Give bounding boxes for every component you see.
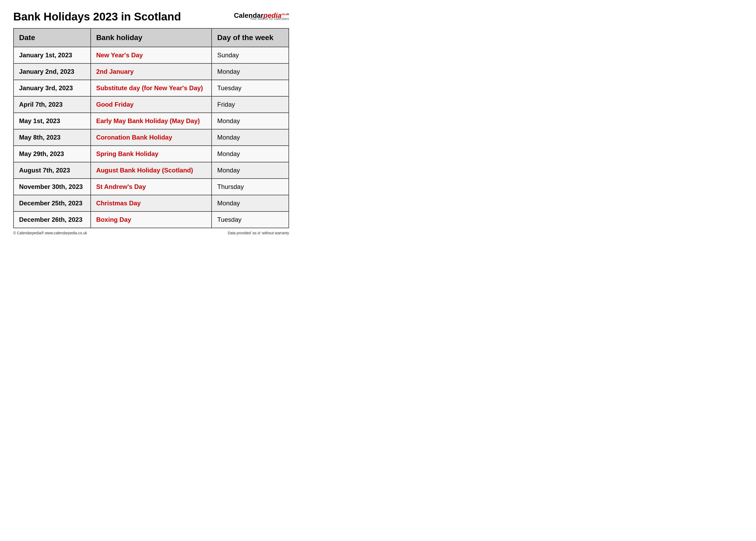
cell-date: January 2nd, 2023 xyxy=(14,63,91,80)
table-row: August 7th, 2023August Bank Holiday (Sco… xyxy=(14,162,289,179)
cell-date: May 29th, 2023 xyxy=(14,146,91,162)
col-header-day: Day of the week xyxy=(212,28,289,47)
cell-holiday: Boxing Day xyxy=(91,212,212,228)
cell-holiday: Early May Bank Holiday (May Day) xyxy=(91,113,212,129)
logo-couk: co.uk xyxy=(281,12,289,16)
table-row: January 1st, 2023New Year's DaySunday xyxy=(14,47,289,63)
cell-date: December 25th, 2023 xyxy=(14,195,91,212)
table-row: April 7th, 2023Good FridayFriday xyxy=(14,96,289,113)
cell-holiday: Christmas Day xyxy=(91,195,212,212)
cell-holiday: St Andrew's Day xyxy=(91,179,212,195)
cell-holiday: August Bank Holiday (Scotland) xyxy=(91,162,212,179)
page-header: Bank Holidays 2023 in Scotland Calendarp… xyxy=(13,11,289,23)
cell-date: January 3rd, 2023 xyxy=(14,80,91,96)
table-row: January 3rd, 2023Substitute day (for New… xyxy=(14,80,289,96)
page-footer: © Calendarpedia® www.calendarpedia.co.uk… xyxy=(13,231,289,235)
table-row: November 30th, 2023St Andrew's DayThursd… xyxy=(14,179,289,195)
cell-day: Friday xyxy=(212,96,289,113)
page-title: Bank Holidays 2023 in Scotland xyxy=(13,11,181,23)
cell-date: January 1st, 2023 xyxy=(14,47,91,63)
col-header-holiday: Bank holiday xyxy=(91,28,212,47)
cell-day: Monday xyxy=(212,113,289,129)
cell-holiday: Substitute day (for New Year's Day) xyxy=(91,80,212,96)
cell-holiday: Good Friday xyxy=(91,96,212,113)
cell-holiday: Coronation Bank Holiday xyxy=(91,129,212,146)
cell-day: Thursday xyxy=(212,179,289,195)
footer-copyright: © Calendarpedia® www.calendarpedia.co.uk xyxy=(13,231,87,235)
cell-day: Tuesday xyxy=(212,80,289,96)
logo-tagline: Your source for calendars xyxy=(250,17,289,21)
cell-day: Monday xyxy=(212,129,289,146)
table-row: December 25th, 2023Christmas DayMonday xyxy=(14,195,289,212)
table-row: January 2nd, 20232nd JanuaryMonday xyxy=(14,63,289,80)
table-row: May 8th, 2023Coronation Bank HolidayMond… xyxy=(14,129,289,146)
cell-date: April 7th, 2023 xyxy=(14,96,91,113)
cell-holiday: New Year's Day xyxy=(91,47,212,63)
cell-date: May 8th, 2023 xyxy=(14,129,91,146)
cell-day: Monday xyxy=(212,195,289,212)
cell-day: Monday xyxy=(212,63,289,80)
col-header-date: Date xyxy=(14,28,91,47)
cell-day: Monday xyxy=(212,162,289,179)
footer-disclaimer: Data provided 'as is' without warranty xyxy=(228,231,289,235)
cell-day: Sunday xyxy=(212,47,289,63)
cell-holiday: 2nd January xyxy=(91,63,212,80)
table-header-row: Date Bank holiday Day of the week xyxy=(14,28,289,47)
logo: Calendarpediaco.uk Your source for calen… xyxy=(234,12,289,21)
table-row: May 1st, 2023Early May Bank Holiday (May… xyxy=(14,113,289,129)
cell-day: Tuesday xyxy=(212,212,289,228)
cell-day: Monday xyxy=(212,146,289,162)
holidays-table: Date Bank holiday Day of the week Januar… xyxy=(13,28,289,228)
table-row: May 29th, 2023Spring Bank HolidayMonday xyxy=(14,146,289,162)
cell-date: December 26th, 2023 xyxy=(14,212,91,228)
cell-holiday: Spring Bank Holiday xyxy=(91,146,212,162)
table-row: December 26th, 2023Boxing DayTuesday xyxy=(14,212,289,228)
cell-date: May 1st, 2023 xyxy=(14,113,91,129)
cell-date: August 7th, 2023 xyxy=(14,162,91,179)
cell-date: November 30th, 2023 xyxy=(14,179,91,195)
